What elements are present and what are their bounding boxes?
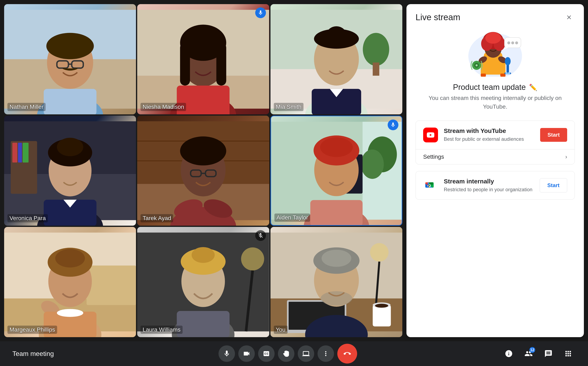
svg-rect-15 xyxy=(216,43,226,85)
video-grid: Nathan Miller xyxy=(0,0,407,341)
svg-point-72 xyxy=(57,309,83,317)
meet-icon xyxy=(423,178,438,193)
svg-rect-33 xyxy=(23,143,29,162)
internal-stream-card: Stream internally Restricted to people i… xyxy=(416,171,575,200)
activities-button[interactable] xyxy=(561,346,576,361)
video-tile-3: Mia Smith xyxy=(270,4,402,114)
participant-name-8: Laura Williams xyxy=(141,326,183,334)
meeting-info-button[interactable] xyxy=(501,346,516,361)
svg-rect-14 xyxy=(180,43,190,85)
bottom-bar: Team meeting xyxy=(0,341,588,366)
svg-point-111 xyxy=(515,41,518,44)
svg-point-80 xyxy=(192,247,215,263)
svg-rect-88 xyxy=(373,305,391,327)
more-options-button[interactable] xyxy=(318,345,334,362)
internal-stream-row: Stream internally Restricted to people i… xyxy=(416,171,575,200)
video-tile-7: Margeaux Phillips xyxy=(4,227,136,337)
svg-point-109 xyxy=(507,41,510,44)
svg-point-61 xyxy=(320,137,353,157)
panel-title: Live stream xyxy=(416,12,460,22)
svg-point-75 xyxy=(241,247,264,271)
meeting-name: Product team update xyxy=(453,83,526,92)
youtube-stream-title: Stream with YouTube xyxy=(444,127,534,134)
video-tile-1: Nathan Miller xyxy=(4,4,136,114)
youtube-stream-row: Stream with YouTube Best for public or e… xyxy=(416,121,575,149)
panel-illustration xyxy=(407,27,584,81)
panel-header: Live stream xyxy=(407,4,584,27)
participant-name-4: Veronica Para xyxy=(8,214,48,222)
people-count-badge: 12 xyxy=(529,347,535,353)
captions-button[interactable] xyxy=(258,345,274,362)
live-stream-panel: Live stream xyxy=(407,4,584,337)
svg-point-120 xyxy=(508,72,510,75)
svg-rect-21 xyxy=(373,62,379,76)
svg-point-110 xyxy=(511,41,514,44)
svg-rect-8 xyxy=(44,89,97,114)
svg-point-115 xyxy=(476,64,478,66)
internal-stream-title: Stream internally xyxy=(444,178,534,185)
svg-point-84 xyxy=(370,243,389,262)
end-call-button[interactable] xyxy=(337,344,357,364)
svg-point-56 xyxy=(361,149,384,179)
mic-active-indicator-6 xyxy=(388,120,398,130)
svg-rect-65 xyxy=(87,266,136,305)
close-panel-button[interactable] xyxy=(563,12,575,23)
svg-point-69 xyxy=(55,249,85,268)
settings-label: Settings xyxy=(423,153,565,160)
settings-chevron-icon: › xyxy=(565,153,567,160)
youtube-stream-info: Stream with YouTube Best for public or e… xyxy=(444,127,534,143)
present-button[interactable] xyxy=(298,345,314,362)
video-tile-8: Laura Williams xyxy=(137,227,269,337)
participant-name-6: Aiden Taylor xyxy=(274,214,310,222)
svg-point-119 xyxy=(505,72,508,75)
mic-active-indicator-2 xyxy=(255,8,266,18)
participant-name-5: Tarek Ayad xyxy=(141,214,173,222)
participant-name-1: Nathan Miller xyxy=(8,103,46,111)
raise-hand-button[interactable] xyxy=(278,345,294,362)
participant-name-3: Mia Smith xyxy=(274,103,304,111)
svg-point-49 xyxy=(180,137,226,166)
video-tile-4: Veronica Para xyxy=(4,116,136,226)
participant-name-9: You xyxy=(274,326,288,334)
video-tile-5: Tarek Ayad xyxy=(137,116,269,226)
svg-point-25 xyxy=(327,26,346,41)
edit-meeting-name-icon[interactable]: ✏️ xyxy=(529,84,537,91)
svg-point-4 xyxy=(47,33,94,59)
svg-rect-99 xyxy=(500,74,505,77)
internal-stream-desc: Restricted to people in your organizatio… xyxy=(444,186,534,193)
youtube-stream-desc: Best for public or external audiences xyxy=(444,136,534,143)
svg-point-95 xyxy=(321,291,352,306)
video-tile-9: You xyxy=(270,227,402,337)
svg-point-94 xyxy=(321,250,351,267)
chat-button[interactable] xyxy=(541,346,556,361)
svg-point-90 xyxy=(375,304,388,308)
youtube-start-button[interactable]: Start xyxy=(540,128,567,142)
svg-point-37 xyxy=(57,138,83,156)
svg-rect-62 xyxy=(310,200,362,225)
svg-point-105 xyxy=(485,32,501,44)
svg-rect-31 xyxy=(12,143,17,162)
youtube-icon xyxy=(423,128,438,142)
meeting-name-row: Product team update ✏️ xyxy=(407,81,584,94)
video-tile-2: Niesha Madison xyxy=(137,4,269,114)
participant-name-7: Margeaux Phillips xyxy=(8,326,57,334)
svg-rect-32 xyxy=(18,143,22,162)
participant-name-2: Niesha Madison xyxy=(141,103,186,111)
mic-muted-indicator-8 xyxy=(255,230,266,241)
svg-point-117 xyxy=(505,57,511,65)
panel-subtitle: You can stream this meeting internally o… xyxy=(407,94,584,117)
video-tile-6: Aiden Taylor xyxy=(270,116,402,226)
svg-rect-98 xyxy=(481,74,486,77)
settings-row[interactable]: Settings › xyxy=(416,149,575,164)
mic-button[interactable] xyxy=(219,345,235,362)
internal-start-button[interactable]: Start xyxy=(540,178,567,192)
camera-button[interactable] xyxy=(238,345,255,362)
svg-rect-81 xyxy=(177,311,230,337)
youtube-stream-card: Stream with YouTube Best for public or e… xyxy=(416,121,575,164)
controls-center xyxy=(219,344,357,364)
svg-point-20 xyxy=(363,33,389,66)
meeting-title: Team meeting xyxy=(12,350,74,358)
controls-right: 12 xyxy=(501,346,576,361)
people-button[interactable]: 12 xyxy=(521,346,536,361)
internal-stream-info: Stream internally Restricted to people i… xyxy=(444,178,534,193)
